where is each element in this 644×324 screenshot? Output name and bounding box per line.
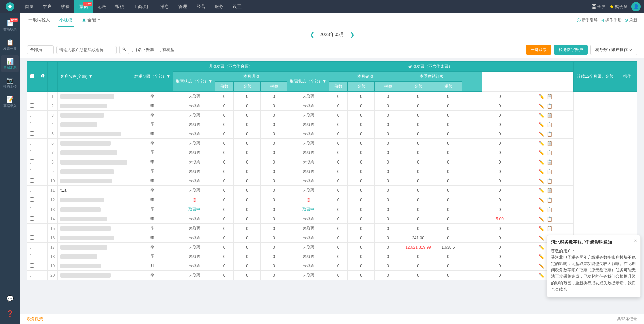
copy-btn[interactable]: 📋 xyxy=(547,216,552,222)
sidebar-item-smart-ticket[interactable]: new 📄 智能取票 xyxy=(1,17,19,34)
copy-btn[interactable]: 📋 xyxy=(547,131,552,137)
copy-btn[interactable]: 📋 xyxy=(547,113,552,118)
nav-accounting[interactable]: 记账 xyxy=(93,0,111,13)
nav-billing[interactable]: 收费 xyxy=(56,0,74,13)
tax-digital-account-op-btn[interactable]: 税务数字账户操作 xyxy=(590,45,637,55)
fullscreen-btn[interactable]: 全屏 xyxy=(592,4,605,10)
refresh-btn[interactable]: 刷新 xyxy=(624,17,637,23)
edit-btn[interactable]: ✏️ xyxy=(539,254,544,259)
customer-search-input[interactable] xyxy=(56,46,117,54)
edit-btn[interactable]: ✏️ xyxy=(539,94,544,99)
sidebar-help[interactable]: ❓ xyxy=(1,307,19,321)
edit-btn[interactable]: ✏️ xyxy=(539,150,544,155)
one-click-ticket-btn[interactable]: 一键取票 xyxy=(526,45,551,55)
sidebar-item-ticket-summary[interactable]: 📊 票据汇总 xyxy=(1,55,19,72)
nav-business[interactable]: 工商项目 xyxy=(129,0,156,13)
employee-select[interactable]: 全部员工 xyxy=(27,45,54,54)
nav-operation[interactable]: 经营 xyxy=(192,0,210,13)
edit-btn[interactable]: ✏️ xyxy=(539,226,544,231)
period-next-btn[interactable]: ❯ xyxy=(350,31,355,38)
edit-btn[interactable]: ✏️ xyxy=(539,178,544,184)
th-income-status[interactable]: 取票状态（全部）▼ xyxy=(173,72,215,92)
tax-digital-account-btn[interactable]: 税务数字账户 xyxy=(554,45,588,55)
sidebar-item-scan-upload[interactable]: 📷 扫描上传 xyxy=(1,74,19,91)
row-checkbox[interactable] xyxy=(30,122,34,126)
tab-all-capable[interactable]: 全能 xyxy=(80,14,102,27)
tax-policy-link[interactable]: 税务政策 xyxy=(27,316,43,322)
return-amount-highlight[interactable]: 12,621,319.99 xyxy=(405,245,431,250)
row-checkbox[interactable] xyxy=(30,150,34,154)
select-all-checkbox[interactable] xyxy=(30,74,34,78)
nav-message[interactable]: 消息 xyxy=(156,0,174,13)
nav-tickets[interactable]: 票据 new xyxy=(74,0,93,13)
row-checkbox[interactable] xyxy=(30,235,34,240)
row-checkbox[interactable] xyxy=(30,141,34,145)
th-tax-period[interactable]: 纳税期限（全部）▼ xyxy=(131,62,173,92)
period-prev-btn[interactable]: ❮ xyxy=(310,31,315,38)
row-checkbox[interactable] xyxy=(30,113,34,117)
edit-btn[interactable]: ✏️ xyxy=(539,207,544,212)
edit-btn[interactable]: ✏️ xyxy=(539,273,544,278)
row-checkbox[interactable] xyxy=(30,169,34,173)
edit-btn[interactable]: ✏️ xyxy=(539,235,544,241)
user-avatar[interactable]: 👤 xyxy=(631,2,641,11)
copy-btn[interactable]: 📋 xyxy=(547,103,552,109)
nav-tax[interactable]: 报税 xyxy=(111,0,129,13)
edit-btn[interactable]: ✏️ xyxy=(539,141,544,146)
row-checkbox[interactable] xyxy=(30,131,34,136)
sidebar-item-invoice-open[interactable]: 📋 发票开具 xyxy=(1,36,19,53)
th-customer-name[interactable]: 客户名称(全部) ▼ xyxy=(58,62,131,92)
row-checkbox[interactable] xyxy=(30,226,34,230)
edit-btn[interactable]: ✏️ xyxy=(539,245,544,250)
row-checkbox[interactable] xyxy=(30,188,34,192)
copy-btn[interactable]: 📋 xyxy=(547,178,552,184)
edit-btn[interactable]: ✏️ xyxy=(539,122,544,127)
tab-general-taxpayer[interactable]: 一般纳税人 xyxy=(27,14,51,27)
vip-btn[interactable]: 购会员 xyxy=(609,4,627,10)
nav-service[interactable]: 服务 xyxy=(210,0,228,13)
manual-btn[interactable]: 操作手册 xyxy=(600,17,622,23)
edit-btn[interactable]: ✏️ xyxy=(539,263,544,269)
edit-btn[interactable]: ✏️ xyxy=(539,169,544,174)
has-tax-disk-checkbox[interactable]: 有税盘 xyxy=(157,47,174,53)
tab-small-scale[interactable]: 小规模 xyxy=(58,14,74,27)
edit-btn[interactable]: ✏️ xyxy=(539,131,544,137)
row-checkbox[interactable] xyxy=(30,197,34,202)
search-button[interactable] xyxy=(119,46,129,54)
copy-btn[interactable]: 📋 xyxy=(547,226,552,231)
th-sales-status[interactable]: 取票状态（全部）▼ xyxy=(287,72,329,92)
row-checkbox[interactable] xyxy=(30,263,34,268)
new-guide-btn[interactable]: ? 新手引导 xyxy=(577,17,598,23)
nav-home[interactable]: 首页 xyxy=(20,0,38,13)
copy-btn[interactable]: 📋 xyxy=(547,188,552,193)
row-checkbox[interactable] xyxy=(30,254,34,258)
edit-btn[interactable]: ✏️ xyxy=(539,216,544,222)
consecutive-value-highlight[interactable]: 5.00 xyxy=(496,217,503,221)
nav-settings[interactable]: 设置 xyxy=(228,0,246,13)
sidebar-message[interactable]: 💬 xyxy=(1,292,19,306)
row-checkbox[interactable] xyxy=(30,207,34,211)
copy-btn[interactable]: 📋 xyxy=(547,197,552,203)
sidebar-item-ticket-entry[interactable]: 📝 票据录入 xyxy=(1,93,19,111)
row-checkbox[interactable] xyxy=(30,216,34,221)
copy-btn[interactable]: 📋 xyxy=(547,169,552,174)
copy-btn[interactable]: 📋 xyxy=(547,94,552,99)
edit-btn[interactable]: ✏️ xyxy=(539,113,544,118)
logo[interactable] xyxy=(3,0,17,13)
edit-btn[interactable]: ✏️ xyxy=(539,103,544,109)
copy-btn[interactable]: 📋 xyxy=(547,159,552,165)
row-checkbox[interactable] xyxy=(30,103,34,108)
copy-btn[interactable]: 📋 xyxy=(547,141,552,146)
edit-btn[interactable]: ✏️ xyxy=(539,159,544,165)
popup-close-btn[interactable]: × xyxy=(634,238,637,244)
nav-customer[interactable]: 客户 xyxy=(38,0,56,13)
nav-manage[interactable]: 管理 xyxy=(174,0,192,13)
subordinate-accounts-checkbox[interactable]: 名下账套 xyxy=(132,47,154,53)
row-checkbox[interactable] xyxy=(30,178,34,183)
row-checkbox[interactable] xyxy=(30,94,34,98)
edit-btn[interactable]: ✏️ xyxy=(539,188,544,193)
row-checkbox[interactable] xyxy=(30,245,34,249)
copy-btn[interactable]: 📋 xyxy=(547,122,552,127)
row-checkbox[interactable] xyxy=(30,159,34,164)
copy-btn[interactable]: 📋 xyxy=(547,207,552,212)
